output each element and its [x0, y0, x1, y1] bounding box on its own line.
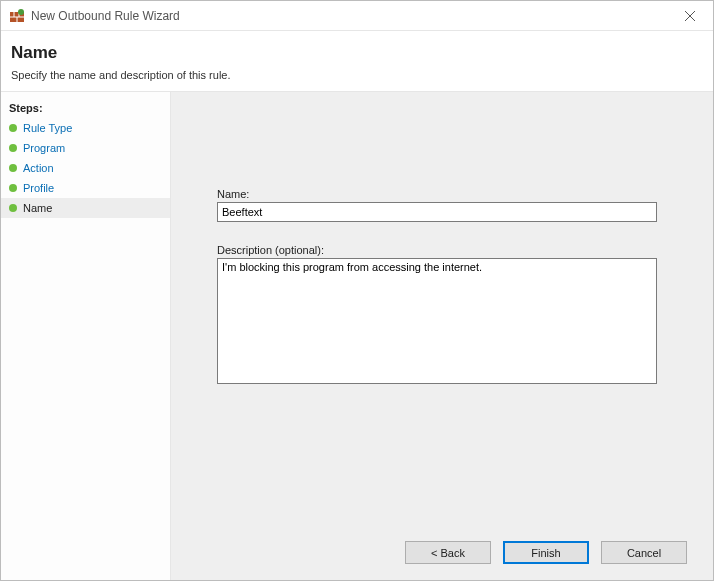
- firewall-icon: [9, 8, 25, 24]
- step-label: Program: [23, 142, 65, 154]
- description-label: Description (optional):: [217, 244, 683, 256]
- close-button[interactable]: [673, 5, 707, 27]
- page-subtitle: Specify the name and description of this…: [11, 69, 703, 81]
- step-program[interactable]: Program: [1, 138, 170, 158]
- step-bullet-icon: [9, 164, 17, 172]
- titlebar: New Outbound Rule Wizard: [1, 1, 713, 31]
- step-label: Action: [23, 162, 54, 174]
- form-area: Name: Description (optional):: [171, 92, 713, 531]
- step-profile[interactable]: Profile: [1, 178, 170, 198]
- name-label: Name:: [217, 188, 683, 200]
- description-textarea[interactable]: [217, 258, 657, 384]
- step-bullet-icon: [9, 144, 17, 152]
- step-label: Profile: [23, 182, 54, 194]
- button-bar: < Back Finish Cancel: [171, 531, 713, 580]
- step-name[interactable]: Name: [1, 198, 170, 218]
- steps-title: Steps:: [1, 96, 170, 118]
- svg-point-5: [18, 9, 24, 15]
- page-title: Name: [11, 43, 703, 63]
- step-label: Rule Type: [23, 122, 72, 134]
- steps-sidebar: Steps: Rule Type Program Action Profile …: [1, 92, 171, 580]
- page-header: Name Specify the name and description of…: [1, 31, 713, 92]
- wizard-window: New Outbound Rule Wizard Name Specify th…: [0, 0, 714, 581]
- wizard-body: Steps: Rule Type Program Action Profile …: [1, 92, 713, 580]
- step-action[interactable]: Action: [1, 158, 170, 178]
- content-pane: Name: Description (optional): < Back Fin…: [171, 92, 713, 580]
- finish-button[interactable]: Finish: [503, 541, 589, 564]
- cancel-button[interactable]: Cancel: [601, 541, 687, 564]
- step-rule-type[interactable]: Rule Type: [1, 118, 170, 138]
- window-title: New Outbound Rule Wizard: [31, 9, 180, 23]
- step-bullet-icon: [9, 204, 17, 212]
- step-bullet-icon: [9, 184, 17, 192]
- name-input[interactable]: [217, 202, 657, 222]
- step-label: Name: [23, 202, 52, 214]
- back-button[interactable]: < Back: [405, 541, 491, 564]
- step-bullet-icon: [9, 124, 17, 132]
